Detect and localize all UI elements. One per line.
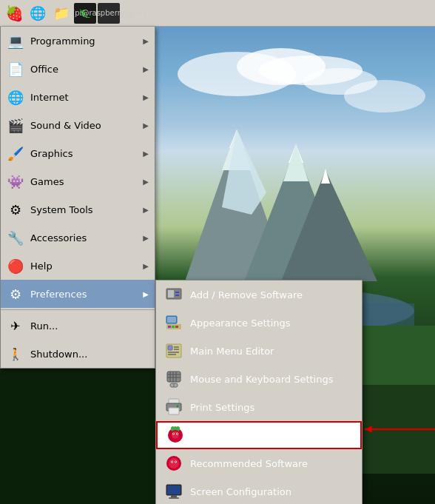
svg-point-56 — [172, 431, 179, 439]
mouse-keyboard-label: Mouse and Keyboard Settings — [190, 374, 333, 385]
print-settings-label: Print Settings — [190, 402, 254, 413]
screen-config-icon — [163, 481, 184, 502]
system-tools-arrow: ▶ — [143, 206, 149, 214]
help-icon: 🔴 — [7, 257, 24, 275]
programming-label: Programming — [30, 36, 143, 47]
mouse-keyboard-icon — [163, 369, 184, 389]
games-arrow: ▶ — [143, 178, 149, 186]
svg-point-66 — [175, 461, 177, 463]
appearance-label: Appearance Settings — [190, 317, 291, 329]
main-menu: 💻 Programming ▶ 📄 Office ▶ 🌐 Internet ▶ … — [0, 27, 155, 369]
appearance-icon — [163, 312, 184, 333]
svg-rect-25 — [175, 292, 179, 293]
sound-video-icon: 🎬 — [7, 116, 24, 134]
menu-item-system-tools[interactable]: ⚙️ System Tools ▶ — [1, 195, 155, 224]
games-icon: 👾 — [7, 172, 24, 190]
internet-label: Internet — [30, 92, 143, 103]
recommended-icon — [163, 453, 184, 474]
submenu-item-add-remove[interactable]: Add / Remove Software — [156, 280, 362, 309]
sound-video-label: Sound & Video — [30, 120, 143, 131]
rpi-config-icon — [165, 425, 186, 446]
programming-icon: 💻 — [7, 32, 24, 50]
svg-point-59 — [173, 433, 175, 434]
svg-rect-39 — [167, 372, 181, 382]
print-settings-icon — [163, 397, 184, 417]
system-tools-icon: ⚙️ — [7, 201, 24, 218]
submenu-item-mouse-keyboard[interactable]: Mouse and Keyboard Settings — [156, 365, 362, 393]
menu-item-run[interactable]: ✈️ Run... — [1, 312, 155, 340]
menu-item-accessories[interactable]: 🔧 Accessories ▶ — [1, 224, 155, 252]
taskbar: 🍓 🌐 📁 $_ [pi@raspberrypi: ~] — [0, 0, 435, 27]
terminal-light-taskbar-icon[interactable]: [pi@raspberrypi: ~] — [98, 3, 120, 24]
svg-rect-68 — [167, 485, 181, 494]
svg-rect-26 — [175, 295, 179, 296]
svg-marker-8 — [283, 144, 308, 181]
menu-item-preferences[interactable]: ⚙️ Preferences ▶ Add / Remove Software — [1, 280, 155, 308]
svg-rect-34 — [168, 346, 172, 350]
globe-taskbar-icon[interactable]: 🌐 — [27, 3, 49, 24]
office-arrow: ▶ — [143, 65, 149, 73]
svg-rect-49 — [169, 408, 179, 414]
svg-point-62 — [169, 458, 179, 468]
menu-item-sound-video[interactable]: 🎬 Sound & Video ▶ — [1, 111, 155, 139]
svg-rect-30 — [168, 326, 171, 328]
preferences-arrow: ▶ — [143, 290, 149, 298]
submenu-item-print-settings[interactable]: Print Settings — [156, 393, 362, 421]
shutdown-icon: 🚶 — [7, 345, 24, 363]
svg-point-3 — [344, 80, 425, 112]
svg-marker-72 — [365, 426, 372, 433]
rpi-config-label: Raspberry Pi Configuration — [192, 430, 320, 441]
raspberry-taskbar-icon[interactable]: 🍓 — [3, 3, 25, 24]
help-label: Help — [30, 261, 143, 272]
office-icon: 📄 — [7, 60, 24, 78]
svg-rect-24 — [168, 290, 174, 298]
main-menu-editor-icon — [163, 340, 184, 361]
internet-icon: 🌐 — [7, 88, 24, 106]
preferences-icon: ⚙️ — [7, 285, 24, 303]
menu-item-shutdown[interactable]: 🚶 Shutdown... — [1, 340, 155, 368]
menu-item-graphics[interactable]: 🖌️ Graphics ▶ — [1, 139, 155, 167]
submenu-item-screen-config[interactable]: Screen Configuration — [156, 477, 362, 504]
run-label: Run... — [30, 320, 149, 332]
shutdown-label: Shutdown... — [30, 349, 149, 360]
system-tools-label: System Tools — [30, 204, 143, 215]
run-icon: ✈️ — [7, 317, 24, 335]
submenu-item-main-menu-editor[interactable]: Main Menu Editor — [156, 337, 362, 365]
internet-arrow: ▶ — [143, 93, 149, 101]
svg-rect-28 — [167, 317, 176, 323]
accessories-arrow: ▶ — [143, 234, 149, 242]
menu-item-programming[interactable]: 💻 Programming ▶ — [1, 27, 155, 55]
add-remove-icon — [163, 284, 184, 305]
svg-rect-69 — [171, 495, 177, 497]
svg-rect-32 — [175, 326, 178, 328]
recommended-label: Recommended Software — [190, 458, 308, 469]
preferences-submenu: Add / Remove Software Appearance Setting… — [155, 280, 362, 504]
svg-point-65 — [172, 461, 173, 463]
accessories-icon: 🔧 — [7, 229, 24, 246]
graphics-icon: 🖌️ — [7, 144, 24, 162]
add-remove-label: Add / Remove Software — [190, 289, 303, 300]
svg-rect-70 — [169, 497, 179, 499]
menu-item-games[interactable]: 👾 Games ▶ — [1, 167, 155, 195]
programming-arrow: ▶ — [143, 37, 149, 45]
accessories-label: Accessories — [30, 232, 143, 243]
graphics-label: Graphics — [30, 148, 143, 159]
submenu-item-recommended[interactable]: Recommended Software — [156, 449, 362, 477]
graphics-arrow: ▶ — [143, 149, 149, 158]
preferences-label: Preferences — [30, 289, 143, 300]
submenu-item-appearance[interactable]: Appearance Settings — [156, 309, 362, 337]
menu-item-office[interactable]: 📄 Office ▶ — [1, 55, 155, 83]
games-label: Games — [30, 176, 143, 187]
main-menu-editor-label: Main Menu Editor — [190, 346, 274, 357]
help-arrow: ▶ — [143, 262, 149, 270]
screen-config-label: Screen Configuration — [190, 486, 291, 497]
svg-point-60 — [177, 433, 178, 434]
menu-divider — [1, 309, 155, 310]
submenu-item-rpi-config[interactable]: Raspberry Pi Configuration — [156, 421, 362, 449]
office-label: Office — [30, 64, 143, 75]
menu-item-internet[interactable]: 🌐 Internet ▶ — [1, 83, 155, 111]
svg-marker-10 — [321, 169, 330, 184]
arrow-indicator — [357, 418, 435, 443]
folder-taskbar-icon[interactable]: 📁 — [50, 3, 72, 24]
menu-item-help[interactable]: 🔴 Help ▶ — [1, 252, 155, 280]
